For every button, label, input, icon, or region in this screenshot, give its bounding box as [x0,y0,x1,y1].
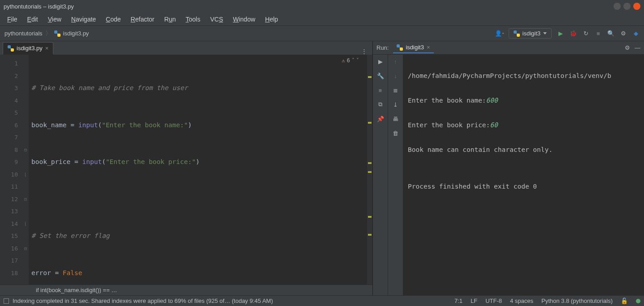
breadcrumb-file[interactable]: isdigit3.py [63,30,89,37]
fold-toggle-icon[interactable]: ⊟ [22,144,29,156]
run-tab-label: isdigit3 [406,44,424,51]
console-line: Enter the book name:600 [408,95,640,107]
menu-run[interactable]: Run [160,14,181,25]
editor-tab-label: isdigit3.py [17,45,43,52]
breadcrumb: pythontutorials 〉 isdigit3.py [4,30,89,38]
menu-code[interactable]: Code [101,14,125,25]
console-output[interactable]: /home/fahmida/PycharmProjects/pythontuto… [403,55,644,295]
pin-icon[interactable]: 📌 [376,115,385,123]
caret-position[interactable]: 7:1 [454,297,462,304]
editor-marker-stripe[interactable] [367,55,372,284]
python-file-icon [397,44,403,51]
editor-tab[interactable]: isdigit3.py × [3,42,53,55]
python-file-icon [514,30,520,37]
run-action-toolbar-left: ▶ 🔧 ■ ⧉ 📌 [373,55,388,295]
fold-end-icon[interactable]: ⌊ [22,168,29,181]
fold-toggle-icon[interactable]: ⊟ [22,242,29,255]
background-tasks-indicator-icon[interactable] [636,299,640,303]
scroll-to-end-icon[interactable]: ⤓ [392,100,400,108]
chevron-down-icon[interactable]: ˅ [356,57,359,64]
arrow-up-icon[interactable]: ↑ [392,57,400,65]
menu-help[interactable]: Help [261,14,283,25]
editor-tabs: isdigit3.py × ⋮ [0,41,372,55]
chevron-down-icon [543,32,547,34]
console-line: Book name can contain character only. [408,144,640,156]
warning-icon: ⚠ [342,57,345,64]
modify-run-config-icon[interactable]: 🔧 [376,72,385,80]
console-line: /home/fahmida/PycharmProjects/pythontuto… [408,70,640,82]
code-text[interactable]: # Take book name and price from the user… [29,55,367,284]
indent-settings[interactable]: 4 spaces [510,297,533,304]
chevron-up-icon[interactable]: ˄ [352,57,354,64]
window-title: pythontutorials – isdigit3.py [4,3,74,10]
debug-button[interactable]: 🐞 [570,30,577,37]
structure-breadcrumb-text: if int(book_name.isdigit()) == … [36,287,117,293]
main-split: isdigit3.py × ⋮ ⚠ 6 ˄ ˅ 1234567891011121… [0,41,644,295]
stop-button[interactable]: ■ [595,30,602,37]
menu-refactor[interactable]: Refactor [126,14,159,25]
status-bar: Indexing completed in 31 sec. Shared ind… [0,295,644,306]
run-action-toolbar-right: ↑ ↓ ≣ ⤓ 🖶 🗑 [388,55,403,295]
window-maximize-button[interactable] [623,3,631,10]
coverage-button[interactable]: ↻ [582,30,589,37]
line-number-gutter[interactable]: 123456789101112131415161718 [0,55,22,284]
arrow-down-icon[interactable]: ↓ [392,72,400,80]
hide-panel-icon[interactable]: — [635,44,640,51]
close-tab-icon[interactable]: × [427,44,430,51]
breadcrumb-separator-icon: 〉 [45,30,52,38]
menu-edit[interactable]: Edit [23,14,43,25]
structure-breadcrumb[interactable]: if int(book_name.isdigit()) == … [0,284,372,295]
menubar: File Edit View Navigate Code Refactor Ru… [0,13,644,26]
menu-navigate[interactable]: Navigate [67,14,100,25]
window-titlebar: pythontutorials – isdigit3.py [0,0,644,13]
console-line: Process finished with exit code 0 [408,181,640,193]
fold-end-icon[interactable]: ⌊ [22,218,29,230]
code-editor[interactable]: ⚠ 6 ˄ ˅ 123456789101112131415161718 ⊟ ⌊ … [0,55,372,284]
layout-icon[interactable]: ⧉ [376,100,385,108]
run-config-selector[interactable]: isdigit3 [509,28,552,39]
ide-update-icon[interactable]: ◆ [632,30,640,37]
rerun-button[interactable]: ▶ [376,57,385,65]
window-minimize-button[interactable] [614,3,621,10]
stop-button[interactable]: ■ [376,86,385,94]
search-everywhere-button[interactable]: 🔍 [607,30,614,37]
tool-window-toggle-icon[interactable] [4,298,9,304]
breadcrumb-root[interactable]: pythontutorials [4,30,43,37]
menu-window[interactable]: Window [229,14,260,25]
readonly-lock-icon[interactable]: 🔓 [621,297,628,304]
menu-tools[interactable]: Tools [181,14,205,25]
fold-gutter[interactable]: ⊟ ⌊ ⊟ ⌊ ⊟ [22,55,29,284]
soft-wrap-icon[interactable]: ≣ [392,86,400,94]
console-line: Enter the book price:60 [408,119,640,132]
menu-vcs[interactable]: VCS [206,14,228,25]
python-file-icon [8,45,14,52]
close-tab-icon[interactable]: × [45,45,49,52]
clear-all-icon[interactable]: 🗑 [392,129,400,137]
menu-file[interactable]: File [3,14,22,25]
run-label: Run: [376,44,389,51]
settings-button[interactable]: ⚙ [620,30,627,37]
run-button[interactable]: ▶ [557,30,564,37]
status-message: Indexing completed in 31 sec. Shared ind… [13,297,273,304]
menu-view[interactable]: View [43,14,66,25]
run-settings-icon[interactable]: ⚙ [625,44,630,51]
editor-tabs-more-icon[interactable]: ⋮ [361,48,368,55]
warning-count: 6 [347,57,350,64]
run-tool-window: Run: isdigit3 × ⚙ — ▶ 🔧 ■ ⧉ 📌 ↑ ↓ [373,41,644,295]
editor-pane: isdigit3.py × ⋮ ⚠ 6 ˄ ˅ 1234567891011121… [0,41,373,295]
fold-toggle-icon[interactable]: ⊟ [22,193,29,206]
run-config-name: isdigit3 [523,30,540,37]
python-interpreter[interactable]: Python 3.8 (pythontutorials) [541,297,613,304]
print-icon[interactable]: 🖶 [392,115,400,123]
python-file-icon [54,30,61,37]
navigation-toolbar: pythontutorials 〉 isdigit3.py 👤+ isdigit… [0,26,644,41]
run-header: Run: isdigit3 × ⚙ — [373,41,644,55]
window-close-button[interactable] [633,3,640,10]
file-encoding[interactable]: UTF-8 [485,297,502,304]
inspection-widget[interactable]: ⚠ 6 ˄ ˅ [342,57,359,64]
line-separator[interactable]: LF [471,297,477,304]
add-user-icon[interactable]: 👤+ [496,30,503,37]
run-tab[interactable]: isdigit3 × [393,42,433,53]
